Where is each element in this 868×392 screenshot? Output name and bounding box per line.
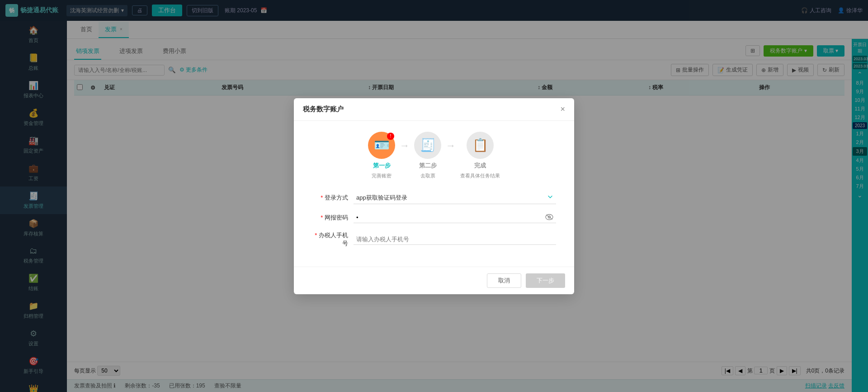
step-1-label: 第一步 — [373, 162, 391, 170]
tax-digital-account-modal: 税务数字账户 × 🪪 ! 第一步 完善账密 → 🧾 — [294, 98, 574, 294]
modal-title: 税务数字账户 — [303, 105, 344, 114]
next-button[interactable]: 下一步 — [526, 273, 565, 288]
modal-overlay: 税务数字账户 × 🪪 ! 第一步 完善账密 → 🧾 — [0, 0, 868, 392]
login-method-row: 登录方式 app获取验证码登录 — [312, 192, 556, 204]
phone-input[interactable] — [354, 234, 556, 245]
svg-line-2 — [546, 215, 552, 219]
step-3-label: 完成 — [474, 162, 486, 170]
modal-close-button[interactable]: × — [560, 105, 565, 114]
id-card-icon: 🪪 — [374, 138, 390, 153]
password-input[interactable] — [354, 212, 556, 223]
password-label: 网报密码 — [312, 214, 348, 222]
eye-icon[interactable] — [545, 214, 553, 221]
password-field-container — [354, 212, 556, 223]
invoice-step-icon: 🧾 — [420, 138, 436, 153]
login-method-value: app获取验证码登录 — [356, 194, 407, 202]
step-arrow-1: → — [400, 132, 410, 152]
step-arrow-2: → — [446, 132, 456, 152]
step-2-desc: 去取票 — [420, 172, 435, 179]
modal-header: 税务数字账户 × — [294, 98, 574, 121]
step-3-desc: 查看具体任务结果 — [460, 172, 500, 179]
login-method-select[interactable]: app获取验证码登录 — [354, 192, 556, 204]
clipboard-icon: 📋 — [472, 138, 488, 153]
step-3-icon: 📋 — [467, 132, 494, 159]
modal-footer: 取消 下一步 — [294, 267, 574, 294]
phone-label: 办税人手机号 — [312, 231, 348, 248]
steps-indicator: 🪪 ! 第一步 完善账密 → 🧾 第二步 去取票 → — [312, 132, 556, 179]
select-chevron-icon — [547, 194, 553, 201]
step-3: 📋 完成 查看具体任务结果 — [460, 132, 500, 179]
step-1: 🪪 ! 第一步 完善账密 — [368, 132, 395, 179]
step-1-icon: 🪪 ! — [368, 132, 395, 159]
phone-row: 办税人手机号 — [312, 231, 556, 248]
step-2: 🧾 第二步 去取票 — [414, 132, 441, 179]
step-2-icon: 🧾 — [414, 132, 441, 159]
password-row: 网报密码 — [312, 212, 556, 223]
modal-body: 🪪 ! 第一步 完善账密 → 🧾 第二步 去取票 → — [294, 121, 574, 267]
login-method-label: 登录方式 — [312, 194, 348, 202]
cancel-button[interactable]: 取消 — [487, 273, 521, 288]
step-1-badge: ! — [387, 133, 394, 140]
step-2-label: 第二步 — [419, 162, 437, 170]
step-1-desc: 完善账密 — [372, 172, 392, 179]
